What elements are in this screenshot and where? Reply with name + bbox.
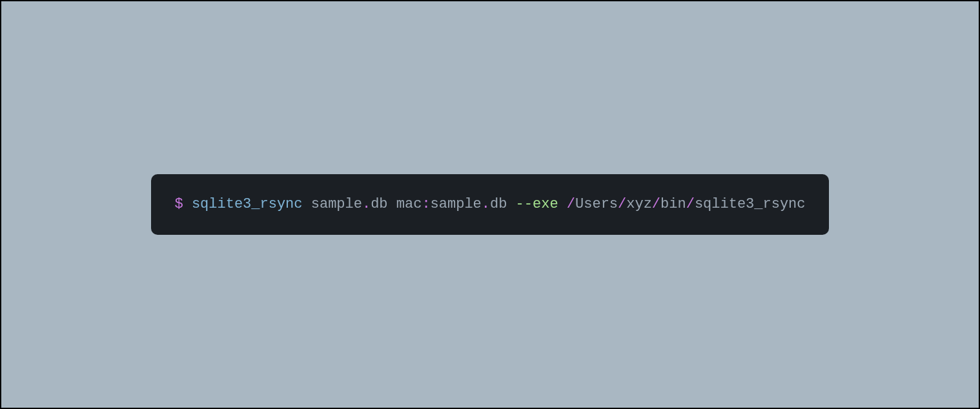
command-token: xyz bbox=[626, 196, 652, 212]
code-block[interactable]: $ sqlite3_rsync sample.db mac:sample.db … bbox=[151, 174, 828, 235]
command-line: sqlite3_rsync sample.db mac:sample.db --… bbox=[192, 196, 806, 212]
command-token: Users bbox=[575, 196, 618, 212]
command-token: . bbox=[482, 196, 490, 212]
command-token: mac bbox=[396, 196, 422, 212]
command-token: bin bbox=[660, 196, 686, 212]
command-token: sample bbox=[431, 196, 482, 212]
command-token: sample bbox=[311, 196, 362, 212]
command-token: / bbox=[618, 196, 626, 212]
command-token bbox=[558, 196, 567, 212]
command-token: --exe bbox=[516, 196, 558, 212]
command-token: sqlite3_rsync bbox=[192, 196, 303, 212]
shell-prompt: $ bbox=[174, 196, 191, 212]
command-token bbox=[388, 196, 396, 212]
command-token: / bbox=[686, 196, 695, 212]
command-token bbox=[303, 196, 311, 212]
command-token: / bbox=[567, 196, 575, 212]
command-token bbox=[507, 196, 515, 212]
command-token: . bbox=[362, 196, 371, 212]
command-token: db bbox=[371, 196, 387, 212]
command-token: / bbox=[652, 196, 660, 212]
command-token: sqlite3_rsync bbox=[695, 196, 806, 212]
command-token: db bbox=[490, 196, 507, 212]
command-token: : bbox=[422, 196, 430, 212]
